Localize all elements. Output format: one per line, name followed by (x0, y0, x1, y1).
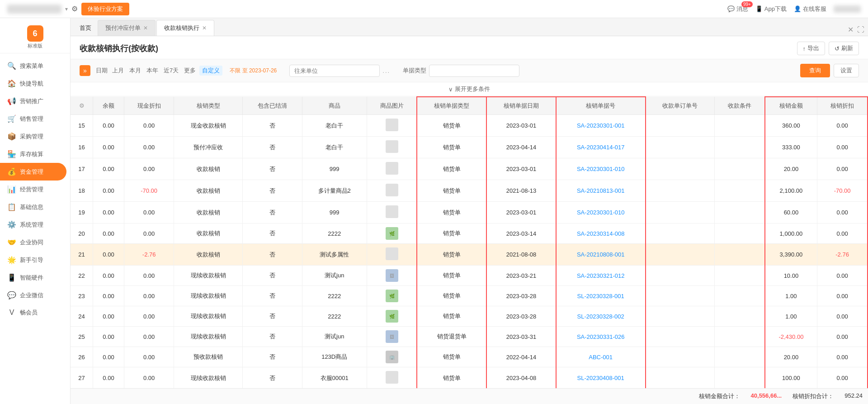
voucher-no-link-7[interactable]: SA-20230321-012 (577, 272, 625, 279)
td-balance-1: 0.00 (93, 137, 124, 158)
td-balance-7: 0.00 (93, 266, 124, 286)
purchase-icon: 📦 (7, 132, 16, 141)
td-voucher-no-3[interactable]: SA-20210813-001 (556, 180, 646, 202)
sidebar-item-operations[interactable]: 📊 经营管理 (0, 181, 70, 198)
voucher-no-link-6[interactable]: SA-20210808-001 (577, 251, 625, 258)
message-icon: 💬 (727, 5, 735, 12)
voucher-no-link-4[interactable]: SA-20230301-010 (577, 209, 625, 216)
td-include-closed-7: 否 (243, 266, 302, 286)
th-product: 商品 (302, 97, 367, 115)
this-month-btn[interactable]: 本月 (127, 66, 143, 76)
voucher-no-link-3[interactable]: SA-20210813-001 (577, 187, 625, 194)
date-label: 日期 (96, 67, 108, 75)
counterparty-dots: ... (382, 67, 390, 74)
sidebar-item-corp[interactable]: 🤝 企业协同 (0, 233, 70, 251)
th-gear[interactable]: ⚙ (71, 97, 93, 115)
tab-maximize-icon[interactable]: ⛶ (857, 26, 864, 34)
this-year-btn[interactable]: 本年 (145, 66, 160, 76)
td-voucher-no-5[interactable]: SA-20230314-008 (556, 223, 646, 244)
counterparty-input[interactable] (289, 65, 380, 77)
total-amount-value: 40,556,66... (751, 392, 782, 400)
th-balance: 余额 (93, 97, 124, 115)
industry-btn[interactable]: 休验行业方案 (81, 3, 129, 15)
sidebar-item-basic[interactable]: 📋 基础信息 (0, 198, 70, 216)
voucher-type-select[interactable] (429, 65, 519, 77)
tab-prepay[interactable]: 预付冲应付单 ✕ (98, 20, 156, 36)
online-service-btn[interactable]: 👤 在线客服 (794, 5, 826, 13)
td-receipt-order-no-11 (646, 347, 715, 367)
sidebar-item-inventory[interactable]: 🏪 库存核算 (0, 145, 70, 163)
custom-date-btn[interactable]: 自定义 (199, 66, 222, 76)
message-btn[interactable]: 💬 消息 99+ (727, 5, 748, 13)
tab-collect[interactable]: 收款核销执行 ✕ (156, 20, 214, 36)
tab-prepay-label: 预付冲应付单 (105, 24, 141, 32)
td-product-img-2 (367, 158, 417, 180)
tab-home[interactable]: 首页 (74, 20, 97, 36)
voucher-no-link-2[interactable]: SA-20230301-010 (577, 166, 625, 172)
td-voucher-no-8[interactable]: SL-20230328-001 (556, 286, 646, 306)
tab-close-all-icon[interactable]: ✕ (848, 25, 854, 34)
voucher-no-link-1[interactable]: SA-20230414-017 (577, 144, 625, 151)
query-btn[interactable]: 查询 (800, 64, 830, 77)
refresh-btn[interactable]: ↺ 刷新 (829, 42, 859, 55)
last-7-days-btn[interactable]: 近7天 (162, 66, 180, 76)
td-voucher-no-12[interactable]: SL-20230408-001 (556, 367, 646, 389)
voucher-no-link-0[interactable]: SA-20230301-001 (577, 122, 625, 129)
td-voucher-date-12: 2023-04-08 (486, 367, 556, 389)
td-voucher-no-1[interactable]: SA-20230414-017 (556, 137, 646, 158)
export-btn[interactable]: ↑ 导出 (797, 42, 826, 55)
td-product-img-1 (367, 137, 417, 158)
sidebar-item-wechat[interactable]: 💬 企业微信 (0, 286, 70, 304)
td-writeoff-amount-7: 10.00 (765, 266, 817, 286)
td-voucher-date-2: 2023-03-01 (486, 158, 556, 180)
tab-prepay-close[interactable]: ✕ (143, 25, 148, 31)
td-voucher-no-10[interactable]: SA-20230331-026 (556, 327, 646, 347)
sidebar-item-quick-nav[interactable]: 🏠 快捷导航 (0, 75, 70, 92)
sidebar-item-sales[interactable]: 🛒 销售管理 (0, 110, 70, 128)
dropdown-arrow-icon[interactable]: ▾ (65, 6, 68, 12)
td-writeoff-amount-5: 1,000.00 (765, 223, 817, 244)
system-icon: ⚙️ (7, 220, 16, 229)
app-icon: 📱 (755, 5, 763, 12)
voucher-no-link-10[interactable]: SA-20230331-026 (577, 333, 625, 340)
td-product-img-6 (367, 244, 417, 266)
sidebar-item-vip[interactable]: V 畅会员 (0, 304, 70, 321)
tab-collect-close[interactable]: ✕ (202, 25, 207, 31)
td-voucher-no-7[interactable]: SA-20230321-012 (556, 266, 646, 286)
td-voucher-no-6[interactable]: SA-20210808-001 (556, 244, 646, 266)
expand-more-btn[interactable]: ∨ 展开更多条件 (448, 85, 490, 93)
voucher-no-link-8[interactable]: SL-20230328-001 (577, 293, 624, 299)
voucher-no-link-9[interactable]: SL-20230328-002 (577, 313, 624, 320)
td-voucher-no-0[interactable]: SA-20230301-001 (556, 115, 646, 137)
voucher-no-link-5[interactable]: SA-20230314-008 (577, 230, 625, 237)
td-voucher-type-6: 销货单 (417, 244, 486, 266)
filter-settings-btn[interactable]: 设置 (834, 64, 859, 77)
settings-icon[interactable]: ⚙ (71, 5, 78, 13)
td-product-img-9: 🌿 (367, 306, 417, 327)
td-receipt-condition-0 (714, 115, 764, 137)
sidebar-item-system[interactable]: ⚙️ 系统管理 (0, 216, 70, 233)
last-month-btn[interactable]: 上月 (110, 66, 126, 76)
app-download-btn[interactable]: 📱 App下载 (755, 5, 787, 13)
voucher-no-link-12[interactable]: SL-20230408-001 (577, 375, 624, 381)
voucher-no-link-11[interactable]: ABC-001 (589, 354, 613, 361)
expand-filter-btn[interactable]: » (80, 65, 90, 76)
sidebar-item-guide[interactable]: 🌟 新手引导 (0, 251, 70, 269)
sidebar-item-hardware[interactable]: 📱 智能硬件 (0, 269, 70, 286)
td-voucher-no-4[interactable]: SA-20230301-010 (556, 202, 646, 223)
td-rownum-2: 17 (71, 158, 93, 180)
sidebar-item-purchase[interactable]: 📦 采购管理 (0, 128, 70, 145)
total-discount-label: 核销折扣合计： (793, 392, 834, 400)
sidebar-item-finance[interactable]: 💰 资金管理 (0, 163, 66, 181)
sidebar-item-search[interactable]: 🔍 搜索菜单 (0, 57, 70, 75)
more-dates-btn[interactable]: 更多 (182, 66, 198, 76)
td-voucher-no-11[interactable]: ABC-001 (556, 347, 646, 367)
td-cash-discount-5: 0.00 (124, 223, 174, 244)
td-product-img-10: 🖼 (367, 327, 417, 347)
td-voucher-no-9[interactable]: SL-20230328-002 (556, 306, 646, 327)
sidebar-item-marketing[interactable]: 📢 营销推广 (0, 92, 70, 110)
app-download-label: App下载 (764, 5, 787, 13)
td-voucher-no-2[interactable]: SA-20230301-010 (556, 158, 646, 180)
table-container[interactable]: ⚙ 余额 现金折扣 核销类型 包含已结清 商品 商品图片 核销单据类型 核销单据… (71, 96, 868, 388)
sidebar-label-inventory: 库存核算 (20, 150, 43, 158)
